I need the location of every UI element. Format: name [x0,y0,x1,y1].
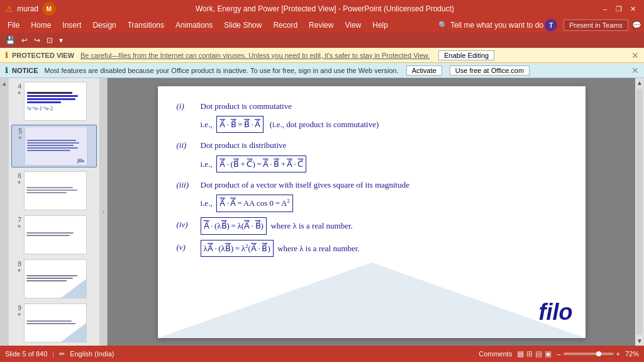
use-free-button[interactable]: Use free at Office.com [450,65,530,76]
slide-star-5: ★ [18,135,22,140]
menu-record[interactable]: Record [268,20,303,31]
slide-star-7: ★ [17,223,21,229]
menu-animations[interactable]: Animations [170,20,218,31]
menu-transitions[interactable]: Transitions [123,20,169,31]
grid-view-button[interactable]: ⊞ [526,349,533,358]
restore-button[interactable]: ❐ [613,3,625,15]
slide-num-5: 5 [13,127,22,135]
enable-editing-button[interactable]: Enable Editing [438,50,494,60]
present-qa-button[interactable]: ⊡ [45,35,55,45]
notice-close-button[interactable]: ✕ [631,65,639,76]
slide-panel: 4 ★ fn=fn-1+fn-2 5 ★ [9,78,100,346]
language-info: English (India) [70,350,114,358]
formula-i: A⃗ · B⃗ = B⃗ · A⃗ [216,116,264,133]
scroll-track [636,89,643,335]
menu-design[interactable]: Design [87,20,121,31]
comments-button[interactable]: Comments [479,350,512,358]
label-ii: (ii) [177,138,196,173]
menu-slideshow[interactable]: Slide Show [219,20,267,31]
minimize-button[interactable]: – [599,3,611,15]
title-bar-right: – ❐ ✕ [594,3,639,15]
slide-info: Slide 5 of 840 [5,350,47,358]
status-right: Comments ▦ ⊞ ▤ ▣ – + 72% [479,349,639,358]
slide-img-7 [24,215,87,254]
title-i: Dot product is commutative [201,101,292,111]
zoom-plus[interactable]: + [616,350,620,358]
title-bar-left: ⚠ murad M [5,2,56,16]
menu-view[interactable]: View [340,20,366,31]
status-bar: Slide 5 of 840 | ✏ English (India) Comme… [0,346,644,362]
slide-thumbnail-4[interactable]: 4 ★ fn=fn-1+fn-2 [11,81,97,122]
slide-num-9: 9 [13,303,21,312]
normal-view-button[interactable]: ▦ [517,349,524,358]
quick-access-toolbar: 💾 ↩ ↪ ⊡ ▾ [0,33,644,48]
slide-item-ii: (ii) Dot product is distributive i.e., A… [177,138,567,173]
menu-file[interactable]: File [3,20,25,31]
pv-close-button[interactable]: ✕ [631,50,639,60]
save-qa-button[interactable]: 💾 [4,35,17,45]
notice-text: Most features are disabled because your … [45,67,399,74]
view-buttons: ▦ ⊞ ▤ ▣ [517,349,552,358]
menu-insert[interactable]: Insert [57,20,86,31]
tell-me-text[interactable]: Tell me what you want to do [450,21,543,30]
slide-img-5: filo [25,127,87,166]
undo-button[interactable]: ↩ [19,35,30,45]
status-divider1: | [52,350,54,358]
scroll-up-button[interactable]: ▲ [2,81,8,87]
filo-logo: filo [539,299,573,325]
menu-home[interactable]: Home [26,20,56,31]
protected-view-bar: ℹ PROTECTED VIEW Be careful—files from t… [0,48,644,63]
slide-img-4: fn=fn-1+fn-2 [24,82,87,121]
title-iii: Dot product of a vector with itself give… [201,180,410,189]
slide-thumbnail-5[interactable]: 5 ★ filo [11,125,97,167]
notice-info-icon: ℹ [5,66,8,75]
content-i: Dot product is commutative i.e., A⃗ · B⃗… [201,99,567,133]
slide-thumbnail-8[interactable]: 8 ★ [11,258,97,300]
zoom-slider-thumb[interactable] [596,351,601,356]
scroll-right-down-button[interactable]: ▼ [635,336,644,346]
notice-label: NOTICE [12,67,38,74]
present-in-teams-button[interactable]: Present in Teams [564,20,628,31]
menu-review[interactable]: Review [304,20,338,31]
edit-icon[interactable]: ✏ [59,350,65,358]
label-i: (i) [177,99,196,133]
reading-view-button[interactable]: ▣ [545,349,552,358]
formula-v: λA⃗ · (λB⃗) = λ2(A⃗ · B⃗) [201,240,274,257]
qa-more-button[interactable]: ▾ [57,35,65,45]
slide-img-8 [24,259,87,298]
label-v: (v) [177,240,196,257]
slide-num-8: 8 [13,259,21,268]
window-controls: – ❐ ✕ [599,3,639,15]
formula-ii: A⃗ · (B⃗ + C⃗) = A⃗ · B⃗ + A⃗ · C⃗ [216,156,306,173]
slide-item-iii: (iii) Dot product of a vector with itsel… [177,178,567,212]
outline-view-button[interactable]: ▤ [535,349,542,358]
title-bar-title: Work, Energy and Power [Protected View] … [56,4,594,13]
user-name: murad [17,4,38,13]
pv-text: Be careful—files from the Internet can c… [80,52,430,59]
zoom-slider[interactable] [564,353,614,355]
scroll-right-up-button[interactable]: ▲ [635,78,644,88]
activate-button[interactable]: Activate [406,65,442,76]
zoom-level: 72% [625,350,639,358]
panel-collapse-handle[interactable]: ‹ [100,78,108,346]
slide-item-iv: (iv) A⃗ · (λB⃗) = λ(A⃗ · B⃗) where λ is … [177,217,567,234]
slide-num-7: 7 [13,215,21,223]
slide-thumbnail-6[interactable]: 6 ★ [11,170,97,212]
slide-star-8: ★ [17,268,21,273]
content-iv: A⃗ · (λB⃗) = λ(A⃗ · B⃗) where λ is a rea… [201,217,567,234]
redo-button[interactable]: ↪ [32,35,42,45]
slide-star-9: ★ [17,312,21,317]
close-button[interactable]: ✕ [626,3,639,15]
left-scroll-area: ▲ [0,78,9,346]
slide-num-6: 6 [13,171,21,179]
slide-thumbnail-7[interactable]: 7 ★ [11,214,97,256]
menu-help[interactable]: Help [367,20,393,31]
formula-iv: A⃗ · (λB⃗) = λ(A⃗ · B⃗) [201,217,267,234]
ribbon-chat-icon[interactable]: 💬 [632,21,641,30]
teams-button[interactable]: T [545,19,557,31]
slide-thumbnail-9[interactable]: 9 ★ [11,302,97,344]
main-area: ▲ 4 ★ fn=fn-1+fn-2 5 ★ [0,78,644,346]
zoom-minus[interactable]: – [557,350,560,358]
status-left: Slide 5 of 840 | ✏ English (India) [5,350,114,358]
slide-star-4: ★ [17,90,21,96]
